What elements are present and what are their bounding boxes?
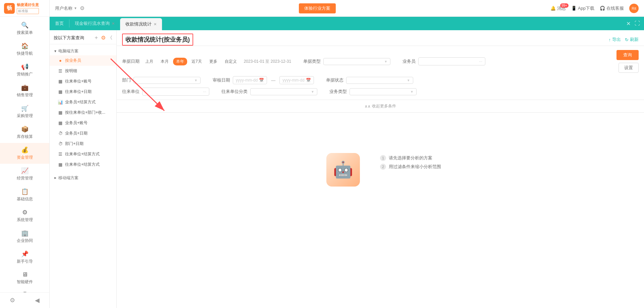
tab-home[interactable]: 首页 — [50, 17, 69, 30]
sidebar-item-finance[interactable]: 💰 资金管理 — [0, 143, 49, 164]
plan-section-desktop: ▼ 电脑端方案 ● 按业务员 ☰ 按明细 ▦ 往来单位+账号 ▦ 往来单位+ — [50, 44, 116, 171]
plan-section-mobile: ▼ 移动端方案 — [50, 171, 116, 184]
plan-unit-dept-icon: ▦ — [58, 110, 63, 115]
plan-group-mobile-arrow: ▼ — [53, 176, 57, 180]
date-btn-more[interactable]: 更多 — [206, 58, 220, 65]
plan-item-unit-account[interactable]: ▦ 往来单位+账号 — [50, 76, 116, 87]
plan-item-dept-date[interactable]: ⏱ 部门+日期 — [50, 139, 116, 149]
plan-item-staff-account-label: 业务员+账号 — [65, 120, 88, 126]
filter-date-item: 单据日期 上月 本月 本年 近7天 更多 自定义 2023-01-01 至 20… — [122, 58, 291, 65]
enterprise-icon: 🏢 — [21, 229, 29, 237]
tab-receipt[interactable]: 收款情况统计 ✕ — [120, 18, 162, 30]
sidebar-item-wechat[interactable]: 💬 企业微信 — [0, 288, 49, 292]
tab-close-all-btn[interactable]: ✕ — [625, 19, 632, 28]
plan-item-staff[interactable]: ● 按业务员 — [50, 55, 116, 66]
biz-type-select[interactable]: ▼ — [350, 88, 417, 95]
sidebar-item-guide[interactable]: 📌 新手引导 — [0, 247, 49, 268]
guide-icon: 📌 — [21, 250, 29, 258]
review-date-to[interactable]: yyyy-mm-dd 📅 — [279, 76, 314, 84]
plan-item-detail-label: 按明细 — [65, 68, 77, 74]
date-btn-this-month[interactable]: 本月 — [158, 58, 172, 65]
plan-item-unit-dept-label: 按往来单位+部门+收... — [65, 110, 105, 115]
refresh-button[interactable]: ↻ 刷新 — [625, 37, 639, 43]
notification-button[interactable]: 🔔 消息 99+ — [550, 5, 566, 11]
config-plan-btn[interactable]: ⚙ — [101, 35, 106, 41]
sidebar-item-hardware[interactable]: 🖥 智能硬件 — [0, 268, 49, 288]
sidebar-item-sales-label: 销售管理 — [17, 92, 33, 98]
tab-bank-close-icon[interactable]: ✕ — [112, 21, 115, 26]
query-button[interactable]: 查询 — [616, 50, 639, 60]
plan-staff-icon: ● — [58, 58, 63, 63]
header-gear-btn[interactable]: ⚙ — [80, 5, 85, 11]
inventory-icon: 📦 — [21, 125, 29, 133]
staff-select[interactable]: ··· — [418, 57, 485, 65]
filter-dept-item: 部门 ▼ — [122, 77, 201, 84]
trial-button[interactable]: 体验行业方案 — [299, 3, 336, 13]
empty-tip-2: 2 用过滤条件来缩小分析范围 — [380, 164, 441, 170]
headset-icon: 🎧 — [600, 6, 605, 11]
unit-select[interactable]: ··· — [142, 88, 209, 96]
date-btn-custom[interactable]: 自定义 — [222, 58, 240, 65]
online-service-button[interactable]: 🎧 在线客服 — [600, 5, 624, 11]
export-button[interactable]: ↑ 导出 — [609, 37, 621, 43]
unit-more-icon: ··· — [203, 89, 206, 94]
voucher-status-select[interactable]: ▼ — [346, 77, 413, 84]
voucher-type-select[interactable]: ▼ — [323, 58, 390, 65]
sidebar-item-sales[interactable]: 💼 销售管理 — [0, 81, 49, 101]
app-download-button[interactable]: 📱 App下载 — [571, 5, 594, 11]
plan-item-staff-account[interactable]: ▦ 业务员+账号 — [50, 118, 116, 128]
page-title-box: 收款情况统计(按业务员) — [122, 34, 193, 46]
plan-group-desktop[interactable]: ▼ 电脑端方案 — [50, 46, 116, 55]
plan-staff-account-icon: ▦ — [58, 120, 63, 125]
unit-category-select[interactable]: ▼ — [250, 88, 317, 95]
plan-item-unit-method1[interactable]: ☰ 往来单位+结算方式 — [50, 149, 116, 159]
plan-item-unit-dept[interactable]: ▦ 按往来单位+部门+收... — [50, 107, 116, 118]
plan-item-staff-date[interactable]: ⏱ 业务员+日期 — [50, 128, 116, 139]
empty-tip-1: 1 请先选择要分析的方案 — [380, 155, 441, 161]
collapse-sidebar-btn[interactable]: ◀‍ — [32, 295, 42, 305]
sidebar-item-hardware-label: 智能硬件 — [17, 279, 33, 285]
sidebar-item-basic[interactable]: 📋 基础信息 — [0, 185, 49, 205]
plan-item-unit-method2[interactable]: ▦ 往来单位+结算方式 — [50, 159, 116, 170]
sidebar-item-finance-label: 资金管理 — [17, 155, 33, 160]
logo-icon: 畅 — [4, 3, 15, 14]
sidebar-item-nav[interactable]: 🏠 快捷导航 — [0, 39, 49, 60]
date-separator: — — [271, 78, 275, 83]
search-icon: 🔍 — [21, 21, 29, 29]
collapse-panel-btn[interactable]: 《 — [108, 35, 112, 41]
plan-group-mobile[interactable]: ▼ 移动端方案 — [50, 172, 116, 182]
avatar[interactable]: Rit — [629, 4, 639, 13]
tab-bank[interactable]: 现金银行流水查询 ✕ — [69, 17, 120, 30]
review-date-from[interactable]: yyyy-mm-dd 📅 — [233, 76, 267, 84]
collapse-more-btn[interactable]: ∧∧ 收起更多条件 — [365, 103, 396, 109]
voucher-status-label: 单据状态 — [326, 77, 343, 83]
setting-button[interactable]: 设置 — [619, 63, 639, 73]
hardware-icon: 🖥 — [22, 271, 28, 278]
sidebar-item-operation-label: 经营管理 — [17, 175, 33, 181]
tab-expand-btn[interactable]: ⛶ — [633, 19, 641, 28]
user-info[interactable]: 用户名称 ▼ — [55, 5, 77, 11]
add-plan-btn[interactable]: ＋ — [94, 34, 99, 41]
date-btn-this-year[interactable]: 本年 — [173, 58, 187, 65]
empty-tips: 1 请先选择要分析的方案 2 用过滤条件来缩小分析范围 — [380, 155, 441, 170]
date-btn-last-month[interactable]: 上月 — [142, 58, 156, 65]
sidebar-item-operation[interactable]: 📈 经营管理 — [0, 164, 49, 185]
sidebar-item-system[interactable]: ⚙ 系统管理 — [0, 205, 49, 226]
left-panel-title: 按以下方案查询 — [54, 35, 84, 41]
plan-item-unit-method2-label: 往来单位+结算方式 — [65, 162, 100, 167]
sidebar-item-purchase[interactable]: 🛒 采购管理 — [0, 101, 49, 122]
sidebar-item-marketing[interactable]: 📢 营销推广 — [0, 60, 49, 81]
dept-select[interactable]: ▼ — [133, 77, 201, 84]
sidebar-item-inventory[interactable]: 📦 库存核算 — [0, 122, 49, 143]
left-panel: 按以下方案查询 ＋ ⚙ 《 ▼ 电脑端方案 ● 按业务员 ☰ 按明 — [50, 30, 117, 308]
plan-item-detail[interactable]: ☰ 按明细 — [50, 66, 116, 76]
settings-bottom-btn[interactable]: ⚙ — [7, 295, 18, 305]
online-service-label: 在线客服 — [606, 5, 624, 11]
sidebar-item-search[interactable]: 🔍 搜索菜单 — [0, 18, 49, 39]
plan-item-staff-method[interactable]: 📊 业务员+结算方式 — [50, 97, 116, 107]
date-btn-7days[interactable]: 近7天 — [189, 58, 205, 65]
sidebar-item-enterprise[interactable]: 🏢 企业协同 — [0, 226, 49, 247]
plan-item-unit-date[interactable]: ▦ 往来单位+日期 — [50, 87, 116, 97]
tab-receipt-close-icon[interactable]: ✕ — [154, 22, 157, 27]
sidebar-nav: 🔍 搜索菜单 🏠 快捷导航 📢 营销推广 💼 销售管理 🛒 采购管理 📦 库存核… — [0, 17, 49, 292]
